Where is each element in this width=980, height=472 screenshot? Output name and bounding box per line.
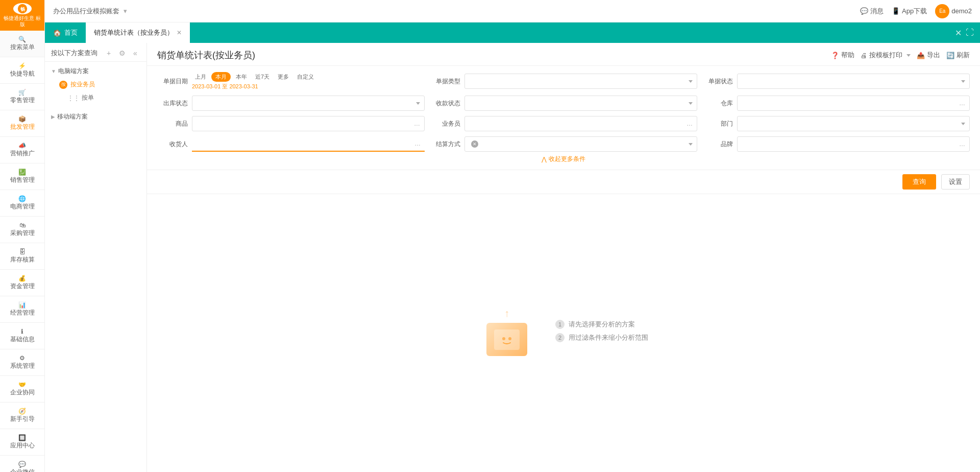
filter-outstatus-item: 出库状态 <box>157 96 425 111</box>
management-icon: 📊 <box>3 301 42 309</box>
system-icon: ⚙ <box>3 355 42 362</box>
sidebar-item-quicknav[interactable]: ⚡ 快捷导航 <box>0 57 44 84</box>
tab-sales-stat[interactable]: 销货单统计表（按业务员） ✕ <box>86 22 190 43</box>
paymentstatus-input[interactable] <box>464 96 697 111</box>
scheme-settings-btn[interactable]: ⚙ <box>117 48 127 58</box>
date-btn-thismonth[interactable]: 本月 <box>211 72 231 82</box>
main-area: 办公用品行业模拟账套 ▾ 💬 消息 📱 App下载 Ea demo2 🏠 首页 <box>45 0 980 472</box>
tab-maximize-btn[interactable]: ⛶ <box>966 28 974 37</box>
sidebar-item-management[interactable]: 📊 经营管理 <box>0 296 44 323</box>
date-btn-thisyear[interactable]: 本年 <box>233 72 250 82</box>
toolbar: 查询 设置 <box>147 170 980 194</box>
message-btn[interactable]: 💬 消息 <box>860 7 884 16</box>
collab-icon: 🤝 <box>3 381 42 388</box>
goods-dots: … <box>414 120 420 127</box>
help-btn[interactable]: ❓ 帮助 <box>831 51 854 60</box>
logo-icon: 畅 <box>13 3 32 14</box>
doctype-dropdown-icon <box>689 80 693 83</box>
date-btn-custom[interactable]: 自定义 <box>294 72 317 82</box>
empty-face-icon <box>498 331 516 349</box>
date-btn-lastmonth[interactable]: 上月 <box>192 72 209 82</box>
tab-close-all-btn[interactable]: ✕ <box>955 28 962 38</box>
scheme-group-desktop-header[interactable]: ▼ 电脑端方案 <box>45 65 146 78</box>
receiver-text-input[interactable] <box>196 140 414 147</box>
apps-icon: 🔲 <box>3 434 42 441</box>
filter-row-1: 单据日期 上月 本月 本年 近7天 更多 自定义 2023-03-01 至 20… <box>157 72 970 90</box>
sidebar-item-purchase[interactable]: 🛍 采购管理 <box>0 217 44 243</box>
collapse-panel-btn[interactable]: « <box>130 48 140 58</box>
refresh-btn[interactable]: 🔄 刷新 <box>946 51 970 60</box>
sidebar-item-inventory[interactable]: 🗄 库存核算 <box>0 243 44 270</box>
outstatus-input[interactable] <box>192 96 425 111</box>
filter-salesman-item: 业务员 … <box>430 116 697 131</box>
sidebar-item-ecommerce[interactable]: 🌐 电商管理 <box>0 190 44 217</box>
warehouse-dots: … <box>959 100 965 107</box>
guide-icon: 🧭 <box>3 408 42 415</box>
collapse-more-btn[interactable]: ⋀ 收起更多条件 <box>157 155 970 163</box>
topbar-left: 办公用品行业模拟账套 ▾ <box>53 7 127 16</box>
docstatus-input[interactable] <box>737 74 970 89</box>
ecommerce-icon: 🌐 <box>3 195 42 202</box>
content: 按以下方案查询 + ⚙ « ▼ 电脑端方案 按 按业务员 ⋮⋮ <box>45 43 980 472</box>
empty-state-content: ↑ 1 请先选择要分析的方案 2 用过滤条件来缩小分析范围 <box>479 305 648 361</box>
empty-hint-2: 2 用过滤条件来缩小分析范围 <box>555 333 648 342</box>
sidebar-item-search[interactable]: 🔍 搜索菜单 <box>0 31 44 57</box>
tab-home[interactable]: 🏠 首页 <box>45 22 86 43</box>
svg-text:畅: 畅 <box>20 7 24 12</box>
app-download-btn[interactable]: 📱 App下载 <box>892 7 927 16</box>
message-icon: 💬 <box>860 7 868 15</box>
topbar: 办公用品行业模拟账套 ▾ 💬 消息 📱 App下载 Ea demo2 <box>45 0 980 22</box>
sidebar-item-system[interactable]: ⚙ 系统管理 <box>0 349 44 376</box>
quicknav-icon: ⚡ <box>3 62 42 69</box>
settlement-clear-btn[interactable]: ✕ <box>471 140 478 148</box>
brand-input[interactable]: … <box>737 136 970 152</box>
add-scheme-btn[interactable]: + <box>104 48 114 58</box>
settlement-label: 结算方式 <box>430 140 464 149</box>
filter-receiver-item: 收货人 … <box>157 136 425 152</box>
sidebar-item-basic[interactable]: ℹ 基础信息 <box>0 323 44 349</box>
department-input[interactable] <box>737 116 970 131</box>
scheme-group-mobile-header[interactable]: ▶ 移动端方案 <box>45 110 146 123</box>
filter-settlement-item: 结算方式 ✕ <box>430 136 697 152</box>
scheme-sub-item-order[interactable]: ⋮⋮ 按单 <box>45 91 146 104</box>
tab-close-btn[interactable]: ✕ <box>177 29 182 36</box>
wholesale-icon: 📦 <box>3 115 42 123</box>
filter-area: 单据日期 上月 本月 本年 近7天 更多 自定义 2023-03-01 至 20… <box>147 66 980 170</box>
sidebar-item-wholesale[interactable]: 📦 批发管理 <box>0 110 44 137</box>
receiver-input[interactable]: … <box>192 136 425 152</box>
sidebar-item-wechat[interactable]: 💬 企业微信 <box>0 456 44 472</box>
salesman-input[interactable]: … <box>464 116 697 131</box>
date-btn-more[interactable]: 更多 <box>275 72 292 82</box>
download-icon: 📱 <box>892 7 900 15</box>
sidebar-item-finance[interactable]: 💰 资金管理 <box>0 270 44 296</box>
page-header: 销货单统计表(按业务员) ❓ 帮助 🖨 按模板打印 📤 导出 <box>147 43 980 66</box>
export-icon: 📤 <box>917 52 925 59</box>
empty-illustration: ↑ <box>479 305 535 361</box>
sales-icon: 💹 <box>3 169 42 176</box>
workspace-dropdown[interactable]: ▾ <box>124 7 127 15</box>
group-arrow-icon: ▼ <box>51 68 56 74</box>
sidebar-item-retail[interactable]: 🛒 零售管理 <box>0 84 44 110</box>
settings-btn[interactable]: 设置 <box>941 174 970 190</box>
right-main: 销货单统计表(按业务员) ❓ 帮助 🖨 按模板打印 📤 导出 <box>147 43 980 472</box>
export-btn[interactable]: 📤 导出 <box>917 51 940 60</box>
sidebar-item-marketing[interactable]: 📣 营销推广 <box>0 137 44 163</box>
filter-docstatus-item: 单据状态 <box>702 72 970 90</box>
sidebar-item-collab[interactable]: 🤝 企业协同 <box>0 376 44 403</box>
goods-input[interactable]: … <box>192 116 425 131</box>
sidebar-item-guide[interactable]: 🧭 新手引导 <box>0 403 44 429</box>
warehouse-input[interactable]: … <box>737 96 970 111</box>
print-btn[interactable]: 🖨 按模板打印 <box>861 51 911 60</box>
scheme-item-salesman[interactable]: 按 按业务员 <box>45 78 146 91</box>
topbar-right: 💬 消息 📱 App下载 Ea demo2 <box>860 4 972 18</box>
sidebar-item-sales[interactable]: 💹 销售管理 <box>0 163 44 190</box>
doctype-input[interactable] <box>464 74 697 89</box>
date-btn-7days[interactable]: 近7天 <box>252 72 273 82</box>
sidebar-item-apps[interactable]: 🔲 应用中心 <box>0 429 44 456</box>
receiver-label: 收货人 <box>157 140 192 149</box>
user-menu[interactable]: Ea demo2 <box>935 4 972 18</box>
date-control: 上月 本月 本年 近7天 更多 自定义 2023-03-01 至 2023-03… <box>192 72 425 90</box>
settlement-input[interactable]: ✕ <box>464 136 697 152</box>
query-btn[interactable]: 查询 <box>902 174 936 190</box>
date-range-display: 2023-03-01 至 2023-03-31 <box>192 83 425 90</box>
